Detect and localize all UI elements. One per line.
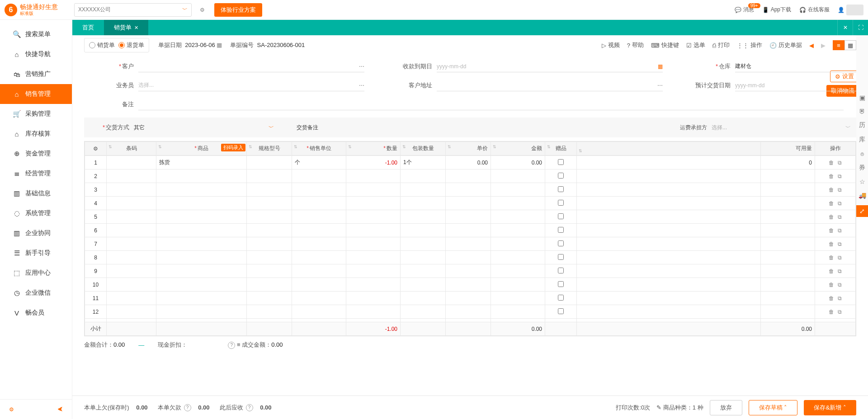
print-link[interactable]: ⎙ 打印: [712, 41, 730, 49]
delete-row-icon[interactable]: 🗑: [829, 173, 834, 179]
more-icon[interactable]: ⋯: [657, 82, 663, 89]
radio-sale[interactable]: 销货单: [89, 41, 115, 49]
table-row[interactable]: 3🗑⧉: [85, 183, 856, 197]
rail-icon-6[interactable]: 券: [859, 164, 865, 172]
rail-icon-3[interactable]: 历: [859, 121, 865, 129]
shortcut-link[interactable]: ⌨ 快捷键: [651, 41, 679, 49]
table-row[interactable]: 11🗑⧉: [85, 292, 856, 305]
next-doc[interactable]: ▶: [821, 42, 826, 49]
sidebar-item[interactable]: ▥企业协同: [0, 223, 72, 243]
table-row[interactable]: 7🗑⧉: [85, 237, 856, 251]
collapse-icon[interactable]: ⮜: [57, 406, 63, 413]
warehouse-input[interactable]: 建材仓⋯: [735, 61, 868, 72]
col-config[interactable]: ⚙: [85, 142, 107, 155]
gear-icon[interactable]: ⚙: [9, 406, 14, 413]
view-card[interactable]: ▦: [844, 40, 856, 50]
gift-checkbox[interactable]: [558, 322, 564, 322]
delete-row-icon[interactable]: 🗑: [829, 254, 834, 261]
table-row[interactable]: 5🗑⧉: [85, 210, 856, 224]
help-icon[interactable]: ?: [184, 404, 191, 411]
delete-row-icon[interactable]: 🗑: [829, 268, 834, 274]
table-row[interactable]: 13🗑⧉: [85, 319, 856, 322]
delete-row-icon[interactable]: 🗑: [829, 200, 834, 207]
help-icon[interactable]: ?: [228, 342, 235, 349]
rail-icon-5[interactable]: ⌾: [860, 150, 864, 157]
table-row[interactable]: 1拣货个-1.001个0.000.000🗑⧉: [85, 156, 856, 169]
try-industry-button[interactable]: 体验行业方案: [214, 3, 262, 17]
copy-row-icon[interactable]: ⧉: [838, 282, 842, 288]
rail-icon-1[interactable]: ▣: [859, 94, 865, 101]
sidebar-item[interactable]: ≣经营管理: [0, 164, 72, 184]
sidebar-item[interactable]: 🔍搜索菜单: [0, 24, 72, 44]
gift-checkbox[interactable]: [558, 186, 564, 192]
table-row[interactable]: 2🗑⧉: [85, 169, 856, 183]
delete-row-icon[interactable]: 🗑: [829, 295, 834, 301]
gift-checkbox[interactable]: [558, 268, 564, 273]
user-avatar[interactable]: 👤: [838, 5, 863, 15]
sidebar-item[interactable]: ▥基础信息: [0, 184, 72, 203]
address-input[interactable]: ⋯: [437, 80, 663, 91]
pick-link[interactable]: ☑ 选单: [686, 41, 705, 49]
tab-close-all[interactable]: ✕: [837, 20, 853, 35]
gift-checkbox[interactable]: [558, 308, 564, 314]
copy-row-icon[interactable]: ⧉: [838, 160, 842, 166]
messages-link[interactable]: 💬 消息 99+: [735, 6, 754, 14]
action-link[interactable]: ⋮⋮ 操作: [737, 41, 762, 49]
copy-row-icon[interactable]: ⧉: [838, 309, 842, 315]
tab-fullscreen[interactable]: ⛶: [853, 20, 868, 35]
tab-sales-order[interactable]: 销货单 ✕: [104, 20, 148, 35]
gift-checkbox[interactable]: [558, 295, 564, 301]
remark-input[interactable]: [138, 99, 844, 110]
gift-checkbox[interactable]: [558, 240, 564, 246]
sidebar-item[interactable]: ◌系统管理: [0, 203, 72, 223]
gift-checkbox[interactable]: [558, 200, 564, 206]
sidebar-item[interactable]: ⌂库存核算: [0, 124, 72, 144]
eta-input[interactable]: yyyy-mm-dd▦: [735, 80, 868, 91]
delete-row-icon[interactable]: 🗑: [829, 282, 834, 288]
delete-row-icon[interactable]: 🗑: [829, 309, 834, 315]
help-icon[interactable]: ?: [246, 404, 253, 411]
sidebar-item[interactable]: ⌂快捷导航: [0, 44, 72, 64]
gift-checkbox[interactable]: [558, 173, 564, 179]
table-row[interactable]: 10🗑⧉: [85, 278, 856, 292]
save-draft-button[interactable]: 保存草稿 ˄: [749, 400, 798, 415]
delete-row-icon[interactable]: 🗑: [829, 241, 834, 247]
calendar-icon[interactable]: ▦: [217, 42, 222, 48]
history-link[interactable]: 🕘 历史单据: [769, 41, 802, 49]
table-row[interactable]: 6🗑⧉: [85, 224, 856, 237]
gift-checkbox[interactable]: [558, 254, 564, 260]
copy-row-icon[interactable]: ⧉: [838, 214, 842, 220]
rail-icon-9[interactable]: ⤢: [856, 205, 868, 217]
copy-row-icon[interactable]: ⧉: [838, 200, 842, 207]
table-row[interactable]: 4🗑⧉: [85, 197, 856, 210]
more-icon[interactable]: ⋯: [359, 82, 364, 89]
gift-checkbox[interactable]: [558, 227, 564, 233]
video-link[interactable]: ▷ 视频: [602, 41, 620, 49]
save-new-button[interactable]: 保存&新增 ˄: [804, 400, 856, 415]
salesperson-input[interactable]: 选择...⋯: [138, 80, 364, 91]
freight-payer-select[interactable]: 选择...﹀: [712, 124, 856, 132]
abandon-button[interactable]: 放弃: [710, 400, 742, 415]
rail-icon-7[interactable]: ☆: [859, 178, 865, 185]
sidebar-item[interactable]: 🛍营销推广: [0, 64, 72, 84]
due-date-input[interactable]: yyyy-mm-dd▦: [437, 61, 663, 72]
help-link[interactable]: ? 帮助: [627, 41, 644, 49]
table-row[interactable]: 8🗑⧉: [85, 251, 856, 264]
customer-input[interactable]: ⋯: [138, 61, 364, 72]
table-row[interactable]: 12🗑⧉: [85, 305, 856, 319]
prev-doc[interactable]: ◀: [809, 42, 814, 49]
tab-home[interactable]: 首页: [72, 20, 104, 35]
gift-checkbox[interactable]: [558, 159, 564, 165]
sidebar-item[interactable]: V畅会员: [0, 303, 72, 323]
sidebar-item[interactable]: ⊕资金管理: [0, 144, 72, 164]
radio-return[interactable]: 退货单: [118, 41, 144, 49]
gift-checkbox[interactable]: [558, 213, 564, 219]
scan-entry-button[interactable]: 扫码录入: [221, 144, 245, 151]
view-list[interactable]: ≡: [833, 40, 844, 50]
copy-row-icon[interactable]: ⧉: [838, 173, 842, 179]
copy-row-icon[interactable]: ⧉: [838, 187, 842, 193]
delete-row-icon[interactable]: 🗑: [829, 214, 834, 220]
sidebar-item[interactable]: ⬚应用中心: [0, 263, 72, 283]
rail-icon-8[interactable]: 🚚: [859, 192, 866, 199]
delete-row-icon[interactable]: 🗑: [829, 227, 834, 234]
